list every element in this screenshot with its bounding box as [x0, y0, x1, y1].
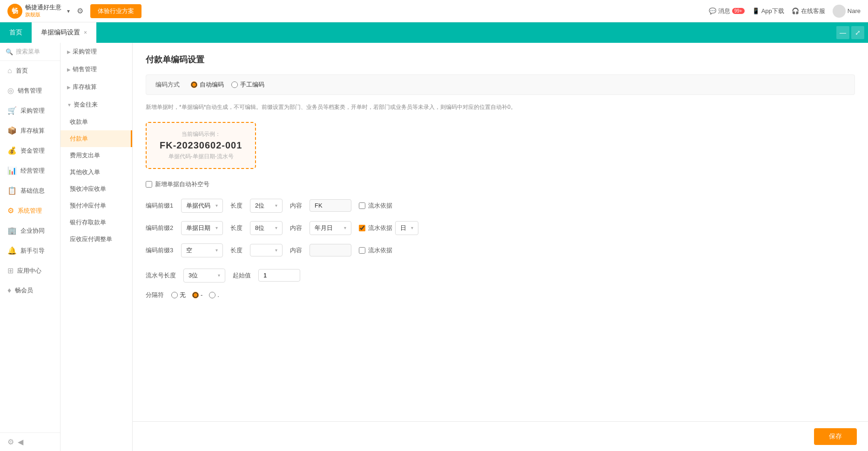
prefix3-select[interactable]: 空 ▾ — [181, 243, 223, 257]
sidebar-item-sales[interactable]: ◎ 销售管理 — [0, 81, 60, 101]
sidebar-item-label-system: 系统管理 — [18, 207, 42, 215]
prefix2-select[interactable]: 单据日期 ▾ — [181, 221, 223, 235]
sidebar-item-operations[interactable]: 📊 经营管理 — [0, 161, 60, 181]
sec-item-pre-payment[interactable]: 预付冲应付单 — [61, 197, 132, 214]
brand-name: 畅捷通好生意 — [25, 4, 61, 11]
sep-dot-option[interactable]: . — [209, 291, 219, 298]
sidebar-item-enterprise[interactable]: 🏢 企业协同 — [0, 221, 60, 241]
sidebar-item-label-basic: 基础信息 — [20, 187, 45, 195]
prefix1-stream-checkbox[interactable] — [359, 202, 365, 209]
sep-dot-radio[interactable] — [209, 292, 215, 298]
sec-item-payment[interactable]: 付款单 — [61, 130, 132, 147]
finance-icon: 💰 — [7, 146, 17, 155]
dropdown-arrow-icon[interactable]: ▾ — [67, 8, 70, 14]
sidebar-item-guide[interactable]: 🔔 新手引导 — [0, 241, 60, 261]
search-icon: 🔍 — [6, 48, 13, 55]
sidebar-item-system[interactable]: ⚙ 系统管理 — [0, 201, 60, 221]
sidebar-settings-icon[interactable]: ⚙ — [7, 438, 14, 446]
sep-dash-radio[interactable] — [192, 292, 199, 298]
headset-icon: 🎧 — [792, 7, 799, 14]
prefix2-length-select[interactable]: 8位 ▾ — [250, 221, 283, 235]
serial-length-label: 流水号长度 — [146, 271, 176, 280]
auto-code-radio[interactable] — [191, 81, 197, 88]
auto-code-label: 自动编码 — [200, 81, 224, 89]
nav-minimize-btn[interactable]: — — [836, 26, 849, 39]
sidebar-search[interactable]: 🔍 搜索菜单 — [0, 43, 60, 61]
sec-group-header-purchase[interactable]: ▶ 采购管理 — [61, 43, 132, 61]
prefix2-stream-period-select[interactable]: 日 ▾ — [395, 221, 418, 235]
sec-item-receipt[interactable]: 收款单 — [61, 114, 132, 130]
prefix3-row: 编码前缀3 空 ▾ 长度 ▾ 内容 流水依据 — [146, 243, 855, 257]
prefix3-stream-checkbox[interactable] — [359, 247, 365, 254]
sep-none-option[interactable]: 无 — [171, 291, 186, 299]
prefix1-select[interactable]: 单据代码 ▾ — [181, 199, 223, 213]
prefix3-content-input[interactable] — [310, 244, 351, 256]
sidebar-item-label-sales: 销售管理 — [18, 87, 42, 95]
trial-button[interactable]: 体验行业方案 — [90, 4, 141, 18]
sec-group-finance: ▼ 资金往来 收款单 付款单 费用支出单 其他收入单 预收冲应收单 预付冲应付单… — [61, 96, 132, 248]
sec-group-header-finance[interactable]: ▼ 资金往来 — [61, 96, 132, 114]
message-label: 消息 — [718, 7, 730, 15]
secondary-sidebar: ▶ 采购管理 ▶ 销售管理 ▶ 库存核算 ▼ 资金往来 收款单 付款单 费用支出… — [61, 43, 133, 451]
sec-item-adjust[interactable]: 应收应付调整单 — [61, 231, 132, 248]
nav-tabs: 首页 单据编码设置 × — ⤢ — [0, 22, 868, 43]
sidebar-item-label-finance: 资金管理 — [20, 147, 45, 155]
app-icon: 📱 — [752, 7, 760, 14]
user-area[interactable]: Nare — [833, 5, 861, 18]
sec-group-header-sales[interactable]: ▶ 销售管理 — [61, 61, 132, 78]
sidebar-item-label-home: 首页 — [16, 67, 28, 75]
online-service-label: 在线客服 — [801, 7, 825, 15]
code-preview-label: 当前编码示例： — [160, 130, 242, 138]
main-layout: 🔍 搜索菜单 ⌂ 首页 ◎ 销售管理 🛒 采购管理 📦 库存核算 💰 资金 — [0, 43, 868, 451]
sidebar-item-basic[interactable]: 📋 基础信息 — [0, 181, 60, 201]
sep-none-radio[interactable] — [171, 292, 178, 298]
sidebar-item-apps[interactable]: ⊞ 应用中心 — [0, 261, 60, 281]
auto-code-option[interactable]: 自动编码 — [191, 81, 224, 89]
brand-sub: 旗舰版 — [25, 11, 61, 18]
prefix2-content-select[interactable]: 年月日 ▾ — [310, 221, 351, 235]
nav-maximize-btn[interactable]: ⤢ — [851, 26, 864, 39]
content-area: 付款单编码设置 编码方式 自动编码 手工编码 新增单据时，*单据编码*自动生成，… — [133, 43, 868, 421]
tab-home[interactable]: 首页 — [0, 22, 32, 43]
sec-group-purchase: ▶ 采购管理 — [61, 43, 132, 61]
sidebar-nav: ⌂ 首页 ◎ 销售管理 🛒 采购管理 📦 库存核算 💰 资金管理 📊 经营管 — [0, 61, 60, 432]
auto-fill-checkbox[interactable] — [146, 181, 152, 188]
sidebar-item-member[interactable]: ♦ 畅会员 — [0, 281, 60, 300]
sep-dash-option[interactable]: - — [192, 291, 202, 298]
sec-group-header-inventory[interactable]: ▶ 库存核算 — [61, 78, 132, 96]
sec-item-expense[interactable]: 费用支出单 — [61, 147, 132, 164]
tab-active[interactable]: 单据编码设置 × — [32, 22, 96, 43]
settings-icon[interactable]: ⚙ — [74, 5, 87, 18]
sidebar-collapse-icon[interactable]: ◀ — [18, 438, 23, 446]
prefix1-row: 编码前缀1 单据代码 ▾ 长度 2位 ▾ 内容 流水依据 — [146, 199, 855, 213]
message-icon: 💬 — [709, 7, 716, 14]
tab-close-icon[interactable]: × — [84, 29, 87, 36]
separator-options: 无 - . — [171, 291, 219, 299]
sidebar-item-purchase[interactable]: 🛒 采购管理 — [0, 101, 60, 121]
sec-item-bank[interactable]: 银行存取款单 — [61, 214, 132, 231]
prefix2-period-arrow-icon: ▾ — [411, 225, 413, 230]
online-service-item[interactable]: 🎧 在线客服 — [792, 7, 825, 15]
prefix3-length-select[interactable]: ▾ — [250, 244, 283, 256]
prefix2-stream-checkbox[interactable] — [359, 225, 365, 231]
prefix1-length-select[interactable]: 2位 ▾ — [250, 199, 283, 213]
sidebar-item-finance[interactable]: 💰 资金管理 — [0, 141, 60, 161]
message-item[interactable]: 💬 消息 99+ — [709, 7, 745, 15]
sec-item-pre-receipt[interactable]: 预收冲应收单 — [61, 181, 132, 197]
operations-icon: 📊 — [7, 166, 17, 175]
sec-item-other-income[interactable]: 其他收入单 — [61, 164, 132, 181]
sidebar-item-inventory[interactable]: 📦 库存核算 — [0, 121, 60, 141]
manual-code-option[interactable]: 手工编码 — [231, 81, 264, 89]
prefix1-arrow-icon: ▾ — [215, 203, 218, 208]
prefix1-content-input[interactable] — [310, 199, 351, 212]
manual-code-radio[interactable] — [231, 81, 238, 88]
auto-fill-row: 新增单据自动补空号 — [146, 180, 855, 188]
serial-length-select[interactable]: 3位 ▾ — [183, 269, 225, 283]
app-download-item[interactable]: 📱 App下载 — [752, 7, 784, 15]
save-button[interactable]: 保存 — [814, 428, 857, 445]
prefix3-stream-label: 流水依据 — [368, 246, 392, 255]
home-icon: ⌂ — [7, 67, 12, 75]
sidebar-item-home[interactable]: ⌂ 首页 — [0, 61, 60, 81]
prefix2-content-label: 内容 — [290, 224, 302, 232]
start-value-input[interactable] — [258, 269, 300, 282]
